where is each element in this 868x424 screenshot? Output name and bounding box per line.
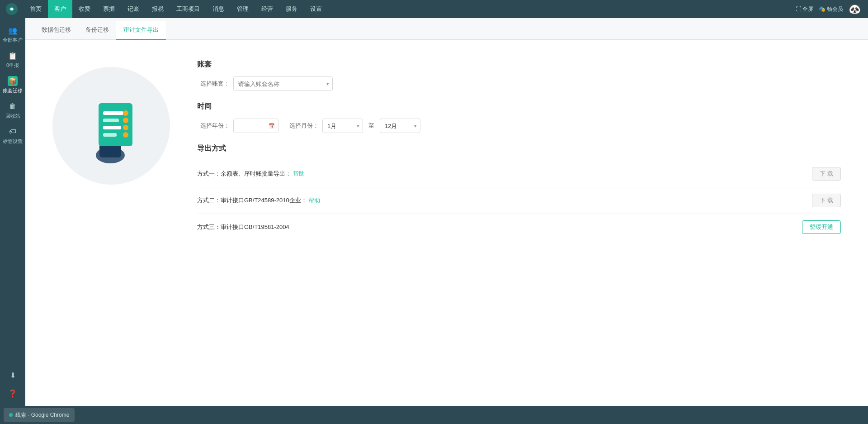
nav-invoice[interactable]: 票据: [97, 0, 121, 18]
svg-point-11: [123, 125, 128, 130]
taskbar-item-chrome[interactable]: 线索 - Google Chrome: [4, 408, 75, 422]
export-method-1-label: 方式一：余额表、序时账批量导出： 帮助: [197, 170, 812, 178]
export-method-3-btn[interactable]: 暂缓开通: [802, 220, 841, 234]
sidebar-item-all-customers[interactable]: 👥 全部客户: [0, 22, 25, 47]
year-input[interactable]: 2023: [233, 119, 278, 133]
accounts-input[interactable]: [233, 76, 333, 91]
sidebar-bottom: ⬇ ❓: [5, 368, 20, 406]
svg-point-12: [123, 132, 128, 138]
time-field-row: 选择年份： 2023 📅 选择月份： 1月2月3月4月 5月6月7月8月 9月1…: [197, 119, 841, 133]
help-icon[interactable]: ❓: [5, 386, 20, 400]
sidebar-item-zero-declare[interactable]: 📋 0申报: [0, 47, 25, 72]
main-layout: 👥 全部客户 📋 0申报 📦 账套迁移 🗑 回收站 🏷 标签设置 ⬇ ❓ 数据包…: [0, 18, 868, 406]
month-from-select[interactable]: 1月2月3月4月 5月6月7月8月 9月10月11月12月: [322, 119, 363, 133]
recycle-icon: 🗑: [8, 101, 18, 111]
tab-audit-export[interactable]: 审计文件导出: [116, 21, 166, 40]
month-label: 选择月份：: [289, 122, 319, 130]
sidebar: 👥 全部客户 📋 0申报 📦 账套迁移 🗑 回收站 🏷 标签设置 ⬇ ❓: [0, 18, 25, 406]
export-method-1-help[interactable]: 帮助: [293, 170, 305, 177]
svg-point-9: [123, 110, 128, 116]
export-method-2: 方式二：审计接口GB/T24589-2010企业： 帮助 下 载: [197, 187, 841, 214]
taskbar-dot: [9, 413, 13, 417]
page-body: 账套 选择账套： ▾ 时间 选择年份： 2023 📅 选择: [25, 40, 868, 406]
month-to-wrap: 1月2月3月4月 5月6月7月8月 9月10月11月 12月 ▾: [380, 119, 420, 133]
nav-operation[interactable]: 经营: [255, 0, 279, 18]
form-section: 账套 选择账套： ▾ 时间 选择年份： 2023 📅 选择: [197, 58, 841, 240]
member-btn[interactable]: 🎭 畅会员: [819, 5, 843, 13]
svg-point-10: [123, 118, 128, 123]
nav-service[interactable]: 服务: [279, 0, 304, 18]
illustration: [52, 67, 170, 185]
export-method-2-label: 方式二：审计接口GB/T24589-2010企业： 帮助: [197, 196, 812, 205]
accounts-title: 账套: [197, 60, 841, 69]
member-icon: 🎭: [819, 6, 826, 12]
customers-icon: 👥: [8, 25, 18, 35]
tab-data-package-migrate[interactable]: 数据包迁移: [34, 21, 78, 40]
app-logo: [4, 1, 20, 17]
export-method-1: 方式一：余额表、序时账批量导出： 帮助 下 载: [197, 161, 841, 187]
sidebar-item-migrate[interactable]: 📦 账套迁移: [0, 72, 25, 98]
nav-items: 首页 客户 收费 票据 记账 报税 工商项目 消息 管理 经营 服务 设置: [24, 0, 796, 18]
nav-right: ⛶ 全屏 🎭 畅会员 🐼: [796, 3, 868, 15]
export-section: 导出方式 方式一：余额表、序时账批量导出： 帮助 下 载 方式二：审计接口GB/…: [197, 144, 841, 240]
month-from-wrap: 1月2月3月4月 5月6月7月8月 9月10月11月12月 ▾: [322, 119, 363, 133]
tags-icon: 🏷: [8, 127, 18, 137]
sidebar-item-tags[interactable]: 🏷 标签设置: [0, 123, 25, 148]
month-to-select[interactable]: 1月2月3月4月 5月6月7月8月 9月10月11月 12月: [380, 119, 420, 133]
avatar[interactable]: 🐼: [849, 3, 861, 15]
top-nav: 首页 客户 收费 票据 记账 报税 工商项目 消息 管理 经营 服务 设置 ⛶ …: [0, 0, 868, 18]
svg-rect-8: [103, 133, 117, 137]
export-method-3: 方式三：审计接口GB/T19581-2004 暂缓开通: [197, 214, 841, 240]
year-label: 选择年份：: [197, 122, 230, 130]
declare-icon: 📋: [8, 51, 18, 61]
sidebar-item-recycle[interactable]: 🗑 回收站: [0, 98, 25, 123]
taskbar-item-label: 线索 - Google Chrome: [15, 411, 69, 419]
export-method-3-label: 方式三：审计接口GB/T19581-2004: [197, 223, 802, 231]
export-method-2-help[interactable]: 帮助: [308, 197, 320, 204]
export-method-1-btn[interactable]: 下 载: [812, 167, 841, 181]
time-title: 时间: [197, 102, 841, 111]
svg-rect-5: [103, 111, 123, 115]
nav-customers[interactable]: 客户: [48, 0, 72, 18]
nav-business[interactable]: 工商项目: [170, 0, 206, 18]
svg-rect-6: [103, 119, 119, 122]
svg-rect-4: [99, 103, 132, 146]
accounts-field-row: 选择账套： ▾: [197, 76, 841, 91]
export-method-2-btn[interactable]: 下 载: [812, 194, 841, 207]
svg-rect-7: [103, 126, 121, 129]
accounts-input-wrap: ▾: [233, 76, 333, 91]
to-separator: 至: [367, 122, 376, 130]
tab-backup-migrate[interactable]: 备份迁移: [78, 21, 116, 40]
content-area: 数据包迁移 备份迁移 审计文件导出: [25, 18, 868, 406]
fullscreen-icon: ⛶: [796, 6, 801, 12]
nav-billing[interactable]: 收费: [72, 0, 97, 18]
sub-tabs: 数据包迁移 备份迁移 审计文件导出: [25, 18, 868, 40]
accounts-label: 选择账套：: [197, 80, 230, 88]
nav-settings[interactable]: 设置: [304, 0, 328, 18]
taskbar: 线索 - Google Chrome: [0, 406, 868, 424]
nav-home[interactable]: 首页: [24, 0, 48, 18]
fullscreen-btn[interactable]: ⛶ 全屏: [796, 5, 813, 13]
nav-manage[interactable]: 管理: [231, 0, 255, 18]
svg-point-1: [10, 8, 13, 10]
nav-accounting[interactable]: 记账: [121, 0, 146, 18]
migrate-icon: 📦: [8, 76, 18, 86]
download-icon[interactable]: ⬇: [5, 368, 20, 382]
nav-message[interactable]: 消息: [206, 0, 231, 18]
export-title: 导出方式: [197, 144, 841, 153]
nav-tax[interactable]: 报税: [146, 0, 170, 18]
